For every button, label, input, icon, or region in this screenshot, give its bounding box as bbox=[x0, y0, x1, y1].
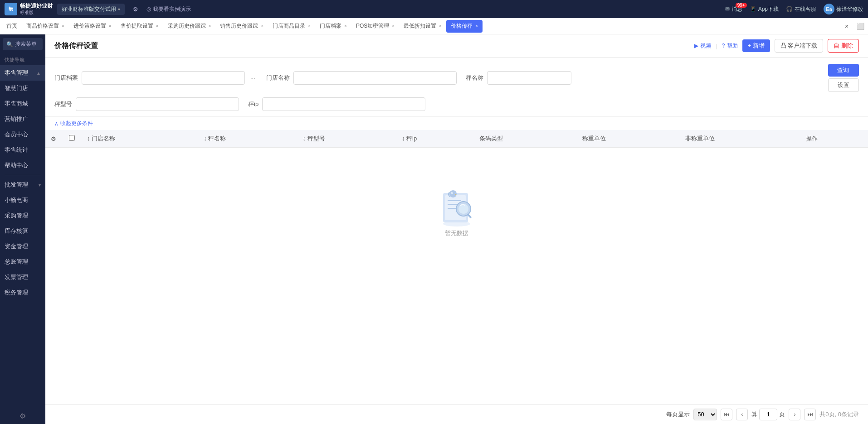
sidebar-item-smart-store[interactable]: 智慧门店 bbox=[0, 81, 45, 96]
tab-close-icon[interactable]: × bbox=[344, 24, 347, 29]
last-page-button[interactable]: ⏭ bbox=[804, 409, 816, 420]
app-download-icon: 📱 bbox=[750, 6, 756, 12]
tab-close-icon[interactable]: × bbox=[439, 24, 442, 29]
tab-close-icon[interactable]: × bbox=[62, 24, 64, 29]
demo-button[interactable]: ◎ 我要看实例演示 bbox=[146, 5, 191, 13]
top-bar: 畅 畅捷通好业财 标准版 好业财标准版交付试用 ▾ ⚙ ◎ 我要看实例演示 ✉ … bbox=[0, 0, 868, 18]
logo-sub: 标准版 bbox=[20, 10, 53, 15]
scale-model-input[interactable] bbox=[76, 97, 239, 111]
tab-close-icon[interactable]: × bbox=[392, 24, 395, 29]
sidebar-item-member[interactable]: 会员中心 bbox=[0, 127, 45, 142]
sidebar-item-inventory[interactable]: 库存核算 bbox=[0, 223, 45, 239]
next-page-button[interactable]: › bbox=[789, 409, 800, 420]
logo-title: 畅捷通好业财 bbox=[20, 3, 53, 10]
store-file-input[interactable] bbox=[82, 71, 245, 85]
tab-maximize-button[interactable]: ⬜ bbox=[854, 20, 866, 32]
tab-close-icon[interactable]: × bbox=[209, 24, 211, 29]
sidebar-item-xiaochang[interactable]: 小畅电商 bbox=[0, 193, 45, 208]
scale-ip-input[interactable] bbox=[262, 97, 425, 111]
tab-pos-encrypt[interactable]: POS加密管理× bbox=[351, 20, 399, 33]
per-page-select[interactable]: 50 10 20 100 bbox=[693, 409, 717, 420]
top-bar-right: ✉ 消息 99+ 📱 App下载 🎧 在线客服 Ea 徐泽华修改 bbox=[725, 4, 863, 14]
scale-ip-label: 秤ip bbox=[248, 100, 258, 108]
query-button[interactable]: 查询 bbox=[828, 64, 859, 77]
tab-close-icon[interactable]: × bbox=[475, 24, 478, 29]
tab-commodity-price[interactable]: 商品价格设置× bbox=[22, 20, 69, 33]
store-name-input[interactable] bbox=[293, 71, 457, 85]
tab-close-icon[interactable]: × bbox=[156, 24, 159, 29]
store-file-ellipsis[interactable]: ··· bbox=[249, 75, 257, 82]
empty-illustration bbox=[434, 184, 479, 229]
tab-close-all-button[interactable]: × bbox=[841, 20, 853, 32]
sidebar-item-tax[interactable]: 税务管理 bbox=[0, 285, 45, 300]
th-scale-name: ↕ 秤名称 bbox=[198, 130, 297, 148]
collapse-button[interactable]: ∧ 收起更多条件 bbox=[45, 116, 868, 130]
tab-close-icon[interactable]: × bbox=[261, 24, 263, 29]
search-menu-button[interactable]: 🔍 搜索菜单 bbox=[3, 38, 43, 50]
page-header: 价格传秤设置 ▶ 视频 | ? 帮助 + 新增 凸 客户端下载 自 删除 bbox=[45, 34, 868, 58]
headset-icon: 🎧 bbox=[786, 6, 793, 12]
tab-purchase-history[interactable]: 采购历史价跟踪× bbox=[163, 20, 216, 33]
sidebar-item-help[interactable]: 帮助中心 bbox=[0, 158, 45, 173]
message-button[interactable]: ✉ 消息 99+ bbox=[725, 5, 742, 13]
sidebar: 🔍 搜索菜单 快捷导航 零售管理 ▲ 智慧门店 零售商城 营销推广 会员中心 零… bbox=[0, 34, 45, 424]
tab-purchase-strategy[interactable]: 进价策略设置× bbox=[69, 20, 116, 33]
add-button[interactable]: + 新增 bbox=[742, 39, 770, 52]
arrow-up-icon: ▲ bbox=[36, 71, 41, 76]
th-settings[interactable]: ⚙ bbox=[45, 130, 63, 148]
prev-page-button[interactable]: ‹ bbox=[736, 409, 748, 420]
version-selector[interactable]: 好业财标准版交付试用 ▾ bbox=[57, 4, 125, 15]
sidebar-quick-nav-label: 快捷导航 bbox=[0, 54, 45, 65]
tab-close-icon[interactable]: × bbox=[109, 24, 112, 29]
first-page-button[interactable]: ⏮ bbox=[721, 409, 732, 420]
tab-home[interactable]: 首页 bbox=[2, 20, 22, 33]
version-settings-icon[interactable]: ⚙ bbox=[129, 3, 142, 15]
scale-name-label: 秤名称 bbox=[466, 74, 483, 82]
app-download-button[interactable]: 📱 App下载 bbox=[750, 5, 779, 13]
demo-icon: ◎ bbox=[146, 6, 151, 12]
sidebar-item-retail-stats[interactable]: 零售统计 bbox=[0, 142, 45, 158]
sidebar-item-purchase[interactable]: 采购管理 bbox=[0, 208, 45, 223]
tab-store-catalog[interactable]: 门店商品目录× bbox=[268, 20, 315, 33]
filter-store-name: 门店名称 bbox=[266, 71, 457, 85]
user-profile-button[interactable]: Ea 徐泽华修改 bbox=[824, 4, 863, 14]
message-icon: ✉ bbox=[725, 6, 730, 12]
tab-store-file[interactable]: 门店档案× bbox=[315, 20, 351, 33]
page-header-actions: ▶ 视频 | ? 帮助 + 新增 凸 客户端下载 自 删除 bbox=[694, 39, 859, 53]
select-all-checkbox[interactable] bbox=[69, 135, 75, 141]
delete-button[interactable]: 自 删除 bbox=[828, 39, 859, 53]
filter-scale-ip: 秤ip bbox=[248, 97, 425, 111]
th-scale-ip: ↕ 秤ip bbox=[396, 130, 474, 148]
tab-price-scale[interactable]: 价格传秤× bbox=[446, 20, 483, 33]
logo-text: 畅捷通好业财 标准版 bbox=[20, 3, 53, 16]
sidebar-item-ledger[interactable]: 总账管理 bbox=[0, 254, 45, 270]
tab-sales-history[interactable]: 销售历史价跟踪× bbox=[215, 20, 268, 33]
scale-name-input[interactable] bbox=[487, 71, 571, 85]
sidebar-item-finance[interactable]: 资金管理 bbox=[0, 239, 45, 254]
sidebar-item-marketing[interactable]: 营销推广 bbox=[0, 111, 45, 127]
settings-button[interactable]: 设置 bbox=[828, 78, 859, 92]
per-page-label: 每页显示 bbox=[666, 410, 690, 419]
video-link[interactable]: ▶ 视频 bbox=[694, 42, 711, 50]
total-info: 共0页, 0条记录 bbox=[819, 410, 859, 419]
content-area: 价格传秤设置 ▶ 视频 | ? 帮助 + 新增 凸 客户端下载 自 删除 bbox=[45, 34, 868, 424]
page-info: 算 页 bbox=[751, 409, 785, 420]
tab-min-discount[interactable]: 最低折扣设置× bbox=[399, 20, 446, 33]
sidebar-item-retail-mgmt[interactable]: 零售管理 ▲ bbox=[0, 65, 45, 81]
sidebar-item-wholesale[interactable]: 批发管理 ▾ bbox=[0, 177, 45, 193]
sidebar-search: 🔍 搜索菜单 bbox=[0, 34, 45, 54]
th-checkbox[interactable] bbox=[63, 130, 82, 148]
store-file-label: 门店档案 bbox=[54, 74, 78, 82]
help-link[interactable]: ? 帮助 bbox=[722, 42, 738, 50]
tab-sale-extract[interactable]: 售价提取设置× bbox=[116, 20, 163, 33]
export-button[interactable]: 凸 客户端下载 bbox=[775, 39, 824, 53]
page-input[interactable] bbox=[759, 409, 777, 420]
header-divider: | bbox=[716, 43, 717, 49]
filter-scale-name: 秤名称 bbox=[466, 71, 571, 85]
sidebar-item-retail-mall[interactable]: 零售商城 bbox=[0, 96, 45, 111]
arrow-down-icon: ▾ bbox=[39, 183, 41, 188]
tab-close-icon[interactable]: × bbox=[308, 24, 311, 29]
sidebar-item-invoice[interactable]: 发票管理 bbox=[0, 270, 45, 285]
sidebar-gear-icon[interactable]: ⚙ bbox=[20, 412, 26, 420]
online-service-button[interactable]: 🎧 在线客服 bbox=[786, 5, 816, 13]
